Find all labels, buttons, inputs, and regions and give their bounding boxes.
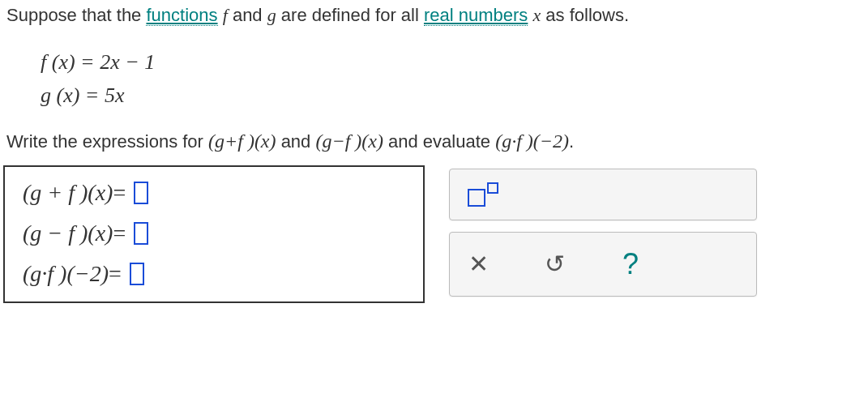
eq1-equals: = [113,180,126,206]
actions-panel: ✕ ↺ ? [449,232,757,297]
eq1-input[interactable] [134,182,148,204]
def-g: g (x) = 5x [41,79,827,111]
base-box-icon [468,189,485,207]
expr-gminusf: (g−f )(x) [315,130,383,152]
eq2-equals: = [113,220,126,246]
eq3-input[interactable] [130,263,144,285]
real-numbers-link[interactable]: real numbers [424,5,528,26]
answer-eq-2: (g − f )(x) = [23,220,405,246]
answer-eq-3: (g·f )(−2) = [23,261,405,287]
tools-column: ✕ ↺ ? [449,169,757,297]
keypad-panel [449,169,757,220]
problem-intro: Suppose that the functions f and g are d… [0,0,868,32]
close-icon: ✕ [468,250,489,277]
exponent-box-icon [487,182,498,194]
instruction-text: Write the expressions for (g+f )(x) and … [0,126,868,165]
def-f: f (x) = 2x − 1 [41,46,827,78]
help-icon: ? [622,247,639,280]
functions-link[interactable]: functions [146,5,217,26]
superscript-tool[interactable] [464,181,502,208]
function-definitions: f (x) = 2x − 1 g (x) = 5x [0,32,868,126]
reset-icon: ↺ [545,250,565,277]
clear-button[interactable]: ✕ [464,250,492,278]
eq3-lhs: (g·f )(−2) [23,261,109,287]
answer-box: (g + f )(x) = (g − f )(x) = (g·f )(−2) = [3,165,425,303]
var-x: x [532,5,541,25]
eq2-lhs: (g − f )(x) [23,220,113,246]
reset-button[interactable]: ↺ [541,250,568,278]
answer-eq-1: (g + f )(x) = [23,180,405,206]
eq2-input[interactable] [134,222,148,245]
intro-text-1: Suppose that the [6,5,146,25]
help-button[interactable]: ? [617,247,644,281]
expr-gplusf: (g+f )(x) [208,130,276,152]
expr-gdotf: (g·f )(−2) [495,130,569,152]
var-g: g [267,5,276,25]
eq1-lhs: (g + f )(x) [23,180,113,206]
eq3-equals: = [109,261,122,287]
